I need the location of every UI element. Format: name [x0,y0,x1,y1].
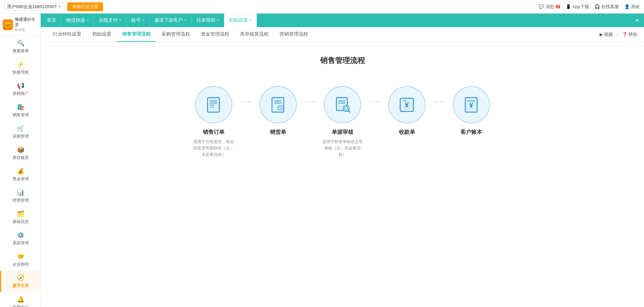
tab-account[interactable]: 账号 × [126,14,150,27]
sidebar-label-appstore: 应用中心 [13,304,29,307]
tab-payment-close[interactable]: × [119,18,121,23]
logo-text-block: 畅捷通好生意 标准版 [15,17,38,32]
sidebar-item-collab[interactable]: 🤝 企业协同 [0,249,40,271]
app-icon: 📱 [566,4,571,9]
top-bar: 用户690企业1660120507 ▼ 体验行业方案 💬 消息 6 📱 App下… [0,0,644,14]
flow-arrow-2: - - → [302,86,319,105]
user-avatar-item[interactable]: 👤 用友 [624,4,640,10]
flow-step-review[interactable]: 单据审核 适用于财务审核或主管审核（注：非必要流程） [319,86,366,158]
tab-account-close[interactable]: × [142,18,144,23]
flow-circle-invoice [259,86,297,123]
headset-icon: 🎧 [594,4,600,9]
sidebar-item-basic[interactable]: 🗂️ 基础信息 [0,207,40,228]
page-content: 销售管理流程 销售订单 适用于分批发货、有合同发货周期较长（ [41,42,644,307]
flow-step-sales-order[interactable]: 销售订单 适用于分批发货、有合同发货周期较长（注：非必要流程） [190,86,237,158]
tab-init-setup-label: 初始设置 [229,17,248,23]
tab-init-setup-close[interactable]: × [249,18,252,23]
guide-icon: 🧭 [17,274,24,282]
flow-step-receipt[interactable]: ¥ 收款单 [383,86,431,139]
svg-rect-5 [272,98,284,112]
app-download-item[interactable]: 📱 App下载 [566,4,589,10]
flow-arrow-3: - - → [366,86,383,105]
inventory-icon: 📦 [17,146,24,154]
tab-home[interactable]: 首页 [42,14,61,27]
sub-tab-purchase-flow-label: 采购管理流程 [161,31,190,37]
appstore-icon: 🔔 [17,295,24,303]
service-item[interactable]: 🎧 在线客服 [594,4,619,10]
help-icon: ❓ [622,32,627,37]
flow-step-invoice[interactable]: 销货单 [254,86,302,139]
page-title: 销售管理流程 [47,56,637,66]
tab-invite-close[interactable]: × [184,18,187,23]
flow-diagram: 销售订单 适用于分批发货、有合同发货周期较长（注：非必要流程） - - → [47,79,637,165]
help-link[interactable]: ❓ 帮助 [622,32,637,38]
system-icon: ⚙️ [17,231,24,239]
message-item[interactable]: 💬 消息 6 [539,4,560,10]
sub-tab-marketing-flow-label: 营销管理流程 [279,31,308,37]
sub-tab-inventory-calc-label: 库存核算流程 [240,31,269,37]
sub-tab-finance-flow[interactable]: 资金管理流程 [195,27,235,42]
sub-tab-init-label: 初始设置 [92,31,111,37]
sidebar-item-marketing[interactable]: 📢 营销推广 [0,79,40,100]
tab-logistics-close[interactable]: × [86,18,89,23]
sidebar-item-system[interactable]: ⚙️ 系统管理 [0,228,40,249]
video-label: 视频 [604,32,613,38]
sidebar-item-finance[interactable]: 💰 资金管理 [0,164,40,185]
arrow-dots-2: - - → [305,98,315,105]
video-link[interactable]: ▶ 视频 [600,32,613,38]
sidebar-label-marketing: 营销推广 [13,91,29,97]
sub-tab-inventory-calc[interactable]: 库存核算流程 [235,27,274,42]
svg-line-14 [348,110,350,112]
tab-history-close[interactable]: × [217,18,219,23]
help-label: 帮助 [628,32,637,38]
sidebar-label-sales: 销售管理 [13,112,29,118]
arrow-dots-1: - - → [241,98,251,105]
tab-history-label: 往来期初 [196,17,215,23]
flow-arrow-4: - - → [431,86,448,105]
flow-step-account[interactable]: ¥ 客户账本 [448,86,495,139]
sub-tab-purchase-flow[interactable]: 采购管理流程 [156,27,195,42]
logo-sub: 标准版 [15,27,38,32]
sidebar-label-purchase: 采购管理 [13,134,29,139]
sidebar-item-guide[interactable]: 🧭 新手引导 [0,271,40,292]
sidebar-item-quicknav[interactable]: ⚡ 快捷导航 [0,57,40,79]
flow-circle-review [324,86,361,123]
tab-invite[interactable]: 邀请下游客户 × [150,14,192,27]
sub-tab-marketing-flow[interactable]: 营销管理流程 [274,27,313,42]
logo-text: 畅捷通好生意 [15,17,38,27]
trial-button[interactable]: 体验行业方案 [67,2,103,11]
flow-name-sales-order: 销售订单 [203,129,225,136]
marketing-icon: 📢 [17,82,24,89]
flow-name-receipt: 收款单 [399,129,415,136]
sidebar-item-inventory[interactable]: 📦 库存核算 [0,143,40,164]
sidebar-logo: 🐱 畅捷通好生意 标准版 [0,14,40,36]
purchase-icon: 🛒 [17,125,24,132]
sidebar-item-purchase[interactable]: 🛒 采购管理 [0,121,40,143]
tab-init-setup[interactable]: 初始设置 × [224,14,257,27]
sidebar: 🐱 畅捷通好生意 标准版 🔍 搜索菜单 ⚡ 快捷导航 📢 营销推广 🛍️ 销售管… [0,14,41,307]
sub-tab-init[interactable]: 初始设置 [87,27,117,42]
user-selector[interactable]: 用户690企业1660120507 ▼ [4,3,64,11]
divider: | [617,32,618,37]
flow-desc-review: 适用于财务审核或主管审核（注：非必要流程） [322,139,363,158]
tab-home-label: 首页 [47,17,56,23]
sidebar-item-operation[interactable]: 📊 经营管理 [0,185,40,207]
nav-tabs: 首页 物流快递 × 在线支付 × 账号 × 邀请下游客户 × 往来期初 × [41,14,644,27]
sub-tab-sales-flow[interactable]: 销售管理流程 [117,27,156,42]
sales-icon: 🛍️ [17,103,24,111]
tab-payment[interactable]: 在线支付 × [94,14,126,27]
arrow-dots-4: - - → [434,98,444,105]
close-all-tabs[interactable]: ✕ [632,18,643,23]
finance-icon: 💰 [17,167,24,175]
sub-tab-industry[interactable]: 行业特性设置 [47,27,87,42]
tab-account-label: 账号 [131,17,141,23]
tab-history[interactable]: 往来期初 × [192,14,224,27]
sidebar-item-search[interactable]: 🔍 搜索菜单 [0,36,40,57]
main-layout: 🐱 畅捷通好生意 标准版 🔍 搜索菜单 ⚡ 快捷导航 📢 营销推广 🛍️ 销售管… [0,14,644,307]
sidebar-item-appstore[interactable]: 🔔 应用中心 [0,292,40,307]
operation-icon: 📊 [17,189,24,196]
sidebar-item-sales[interactable]: 🛍️ 销售管理 [0,100,40,121]
message-label: 消息 [545,4,554,10]
tab-logistics[interactable]: 物流快递 × [61,14,94,27]
flow-circle-sales-order [195,86,232,123]
